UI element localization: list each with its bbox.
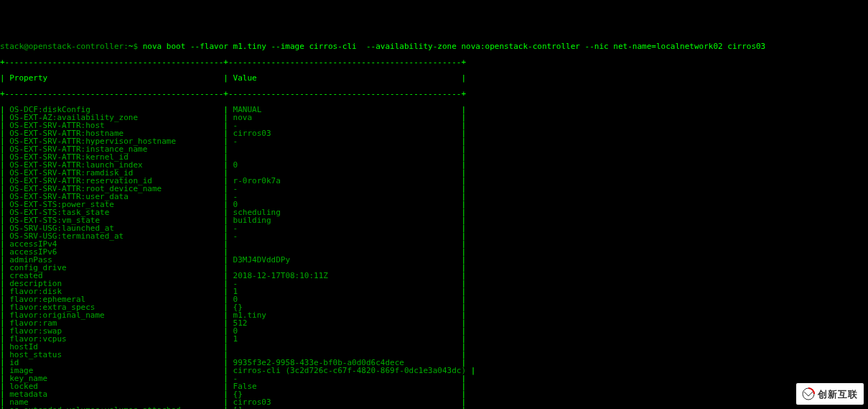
header-value: Value [233, 73, 457, 83]
prompt-user-host: stack@openstack-controller [0, 42, 123, 51]
terminal-output[interactable]: stack@openstack-controller:~$ nova boot … [0, 32, 868, 409]
command-text: nova boot --flavor m1.tiny --image cirro… [143, 42, 766, 51]
prompt-line[interactable]: stack@openstack-controller:~$ nova boot … [0, 42, 868, 50]
watermark-logo: 创新互联 [796, 383, 864, 405]
table-border-top: +---------------------------------------… [0, 58, 868, 66]
property-cell: os-extended-volumes:volumes_attached [9, 405, 218, 409]
table-header-row: | Property | Value | [0, 74, 868, 82]
table-rows: | OS-DCF:diskConfig | MANUAL || OS-EXT-A… [0, 106, 868, 409]
value-cell: [] [233, 405, 457, 409]
table-border-mid: +---------------------------------------… [0, 90, 868, 98]
watermark-icon [802, 387, 815, 400]
watermark-text: 创新互联 [818, 390, 858, 398]
header-property: Property [9, 73, 218, 83]
table-row: | os-extended-volumes:volumes_attached |… [0, 406, 868, 409]
